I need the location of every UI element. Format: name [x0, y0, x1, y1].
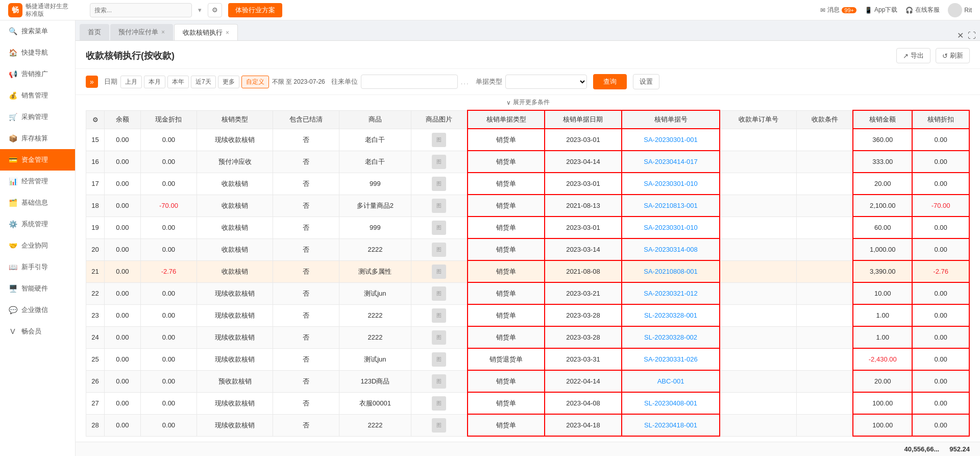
writeoff-no-cell[interactable]: SL-20230328-002 — [622, 326, 720, 348]
writeoff-no-cell[interactable]: SA-20210813-001 — [622, 195, 720, 217]
writeoff-no-cell[interactable]: SA-20230301-010 — [622, 217, 720, 238]
trade-partner-input[interactable] — [361, 75, 458, 89]
sidebar-item-label: 搜索菜单 — [21, 27, 48, 36]
writeoff-discount-cell: 0.00 — [912, 173, 969, 195]
table-row: 25 0.00 0.00 现续收款核销 否 测试jun 图 销货退货单 2023… — [86, 348, 970, 370]
export-button[interactable]: ↗ 导出 — [896, 48, 930, 63]
writeoff-amount-cell: 1.00 — [853, 326, 912, 348]
writeoff-no-cell[interactable]: SA-20230301-001 — [622, 129, 720, 151]
writeoff-amount-cell: 10.00 — [853, 282, 912, 304]
date-btn-custom[interactable]: 自定义 — [241, 76, 269, 88]
sidebar-item-member[interactable]: V 畅会员 — [0, 321, 75, 342]
th-writeoff-type: 核销类型 — [197, 110, 273, 129]
receipt-cond-cell — [796, 217, 853, 238]
date-btn-7days[interactable]: 近7天 — [191, 76, 216, 88]
table-row: 26 0.00 0.00 预收款核销 否 123D商品 图 销货单 2022-0… — [86, 370, 970, 392]
writeoff-no-cell[interactable]: SL-20230418-001 — [622, 414, 720, 436]
tab-prepay[interactable]: 预付冲应付单 × — [110, 24, 173, 40]
include-settled-cell: 否 — [273, 326, 339, 348]
date-btn-last-month[interactable]: 上月 — [120, 76, 142, 88]
writeoff-no-cell[interactable]: SL-20230408-001 — [622, 392, 720, 414]
cash-discount-cell: 0.00 — [140, 370, 197, 392]
receipt-order-no-cell — [720, 282, 796, 304]
query-button[interactable]: 查询 — [593, 74, 627, 89]
date-btn-this-year[interactable]: 本年 — [167, 76, 189, 88]
sidebar-item-label: 系统管理 — [21, 220, 48, 229]
sidebar-item-collab[interactable]: 🤝 企业协同 — [0, 235, 75, 256]
writeoff-no-cell[interactable]: SA-20230321-012 — [622, 282, 720, 304]
writeoff-voucher-type-cell: 销货单 — [468, 129, 545, 151]
logo-icon: 畅 — [8, 3, 22, 17]
tab-prepay-close-icon[interactable]: × — [161, 29, 165, 36]
writeoff-no-cell[interactable]: SA-20230331-026 — [622, 348, 720, 370]
writeoff-type-cell: 现续收款核销 — [197, 392, 273, 414]
writeoff-no-cell[interactable]: SA-20230301-010 — [622, 173, 720, 195]
th-writeoff-voucher-type: 核销单据类型 — [468, 110, 545, 129]
sidebar-item-inventory[interactable]: 📦 库存核算 — [0, 128, 75, 149]
writeoff-no-cell[interactable]: ABC-001 — [622, 370, 720, 392]
receipt-order-no-cell — [720, 195, 796, 217]
sidebar-item-search[interactable]: 🔍 搜索菜单 — [0, 20, 75, 42]
close-all-icon[interactable]: ✕ — [957, 31, 964, 40]
expand-window-icon[interactable]: ⛶ — [968, 31, 976, 40]
sidebar-item-finance[interactable]: 💳 资金管理 — [0, 149, 75, 171]
app-download-button[interactable]: 📱 App下载 — [865, 6, 897, 14]
cash-discount-cell: 0.00 — [140, 217, 197, 238]
sidebar-item-hardware[interactable]: 🖥️ 智能硬件 — [0, 278, 75, 299]
dropdown-arrow-icon[interactable]: ▾ — [198, 6, 202, 14]
sidebar-item-operation[interactable]: 📊 经营管理 — [0, 171, 75, 192]
tab-writeoff-close-icon[interactable]: × — [226, 29, 229, 36]
product-cell: 123D商品 — [339, 370, 411, 392]
search-icon: 🔍 — [8, 27, 17, 36]
writeoff-amount-cell: 360.00 — [853, 129, 912, 151]
expand-filter-button[interactable]: » — [86, 76, 98, 88]
include-settled-cell: 否 — [273, 195, 339, 217]
refresh-button[interactable]: ↺ 刷新 — [936, 48, 970, 63]
sidebar-item-system[interactable]: ⚙️ 系统管理 — [0, 213, 75, 235]
writeoff-no-cell[interactable]: SA-20230314-008 — [622, 238, 720, 260]
receipt-cond-cell — [796, 129, 853, 151]
sidebar-item-basic[interactable]: 🗂️ 基础信息 — [0, 192, 75, 213]
include-settled-cell: 否 — [273, 260, 339, 282]
table-setting-button[interactable]: 设置 — [633, 74, 659, 89]
writeoff-no-cell[interactable]: SL-20230328-001 — [622, 304, 720, 326]
cash-discount-cell: 0.00 — [140, 304, 197, 326]
receipt-cond-cell — [796, 282, 853, 304]
data-table: ⚙ 余额 现金折扣 核销类型 包含已结清 商品 商品图片 核销单据类型 核销单据… — [86, 110, 970, 437]
expand-more-button[interactable]: ∨ 展开更多条件 — [506, 98, 550, 107]
chevron-down-icon: ∨ — [506, 99, 511, 106]
writeoff-discount-cell: 0.00 — [912, 282, 969, 304]
date-btn-this-month[interactable]: 本月 — [144, 76, 165, 88]
top-search-input[interactable] — [90, 3, 192, 17]
writeoff-voucher-type-cell: 销货单 — [468, 392, 545, 414]
table-row: 27 0.00 0.00 现续收款核销 否 衣服00001 图 销货单 2023… — [86, 392, 970, 414]
sidebar-item-sales[interactable]: 💰 销售管理 — [0, 85, 75, 106]
column-settings-icon[interactable]: ⚙ — [92, 116, 99, 124]
sidebar-item-guide[interactable]: 📖 新手引导 — [0, 256, 75, 278]
sidebar-item-shortcut[interactable]: 🏠 快捷导航 — [0, 42, 75, 63]
sidebar-item-marketing[interactable]: 📢 营销推广 — [0, 63, 75, 85]
voucher-type-select[interactable] — [505, 75, 587, 89]
date-btn-more[interactable]: 更多 — [218, 76, 239, 88]
filter-bar: » 日期 上月 本月 本年 近7天 更多 自定义 不限 至 2023-07-26… — [76, 69, 980, 95]
writeoff-no-cell[interactable]: SA-20210808-001 — [622, 260, 720, 282]
writeoff-type-cell: 收款核销 — [197, 260, 273, 282]
sidebar-item-label: 基础信息 — [21, 198, 48, 207]
sidebar-item-purchase[interactable]: 🛒 采购管理 — [0, 106, 75, 128]
th-gear[interactable]: ⚙ — [86, 110, 105, 129]
receipt-cond-cell — [796, 260, 853, 282]
settings-icon[interactable]: ⚙ — [208, 3, 222, 17]
tab-home[interactable]: 首页 — [80, 24, 109, 40]
sidebar-item-wechat[interactable]: 💬 企业微信 — [0, 299, 75, 321]
writeoff-no-cell[interactable]: SA-20230414-017 — [622, 151, 720, 173]
cash-discount-cell: 0.00 — [140, 414, 197, 436]
online-service-button[interactable]: 🎧 在线客服 — [905, 6, 940, 14]
product-img-cell: 图 — [411, 129, 468, 151]
industry-solution-button[interactable]: 体验行业方案 — [228, 3, 282, 17]
writeoff-amount-cell: 20.00 — [853, 370, 912, 392]
table-wrapper[interactable]: ⚙ 余额 现金折扣 核销类型 包含已结清 商品 商品图片 核销单据类型 核销单据… — [76, 110, 980, 442]
user-menu[interactable]: Rit — [948, 3, 972, 17]
cash-discount-cell: 0.00 — [140, 151, 197, 173]
tab-writeoff[interactable]: 收款核销执行 × — [174, 24, 238, 40]
message-button[interactable]: ✉ 消息 99+ — [820, 6, 856, 14]
